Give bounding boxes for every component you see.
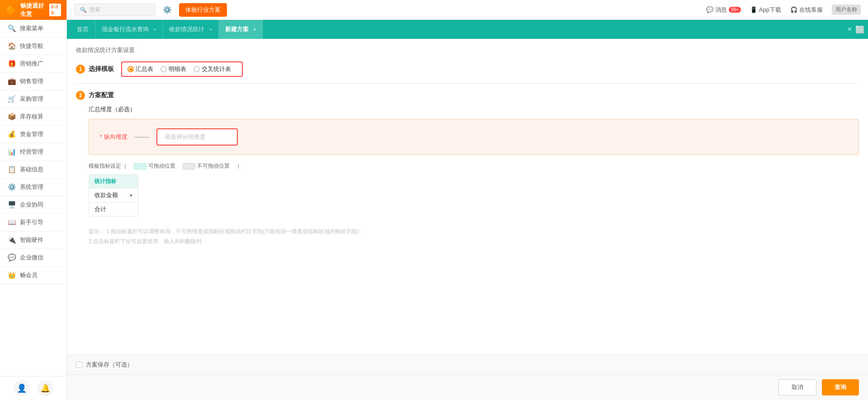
app-download-label: App下载 [759,6,781,14]
indicator-table: 统计指标 收款金额 ▾ 合计 [89,174,138,216]
tab-bank-flow-close[interactable]: × [153,27,156,32]
page-title: 收款情况统计方案设置 [76,46,859,54]
basic-info-icon: 📋 [7,165,16,174]
sidebar-bottom: 👤 🔔 [0,376,66,400]
dimension-row: * 纵向维度 —— 请选择分组维度 [100,128,848,146]
sidebar-item-inventory[interactable]: 📦 库存核算 [0,108,66,126]
quick-nav-icon: 🏠 [7,42,16,50]
logo-text: 畅捷通好生意 [20,2,46,18]
indicator-title-text: 模板指标设定（ [89,162,127,170]
member-icon: 👑 [7,271,16,279]
sidebar-item-label: 营销推广 [20,60,43,68]
indicator-title-close: ） [237,162,242,170]
section2-header: 2 方案配置 [76,91,859,100]
sidebar-item-newbie[interactable]: 📖 新手引导 [0,214,66,231]
sidebar-item-label: 智能硬件 [20,236,43,244]
indicator-legend: 模板指标设定（ 可拖动位置 不可拖动位置 ） [89,162,859,170]
sidebar-item-smart-hw[interactable]: 🔌 智能硬件 [0,231,66,249]
tab-collection-stat-close[interactable]: × [209,27,212,32]
query-button[interactable]: 查询 [822,379,859,395]
operation-icon: 📊 [7,148,16,156]
footer: 取消 查询 [67,374,868,400]
tab-new-plan-close[interactable]: × [253,27,256,32]
sidebar-item-finance[interactable]: 💰 资金管理 [0,126,66,143]
sidebar-item-quick-nav[interactable]: 🏠 快捷导航 [0,38,66,55]
logo-icon: 🔶 [5,5,17,15]
main-area: 🔍 搜索 ⚙️ 体验行业方案 💬 消息 99+ 📱 App下载 🎧 在线客服 用… [67,0,868,400]
window-maximize-btn[interactable]: ⬜ [855,25,864,34]
online-service-btn[interactable]: 🎧 在线客服 [790,6,823,14]
corp-collab-icon: 🖥️ [7,201,16,209]
section2-title: 方案配置 [89,91,114,99]
legend-draggable: 可拖动位置 [134,162,175,170]
search-menu-icon: 🔍 [7,24,16,33]
sidebar-item-label: 系统管理 [20,183,43,191]
search-placeholder: 搜索 [90,6,100,14]
sidebar-item-corp-collab[interactable]: 🖥️ 企业协同 [0,196,66,214]
user-display[interactable]: 用户名称 [832,5,861,15]
sidebar-item-label: 资金管理 [20,130,43,138]
indicator-table-header: 统计指标 [89,175,138,188]
save-checkbox[interactable] [76,362,82,368]
logo-badge: 标准版 [49,4,61,16]
radio-summary-circle [127,66,134,72]
tab-new-plan[interactable]: 新建方案 × [219,20,263,39]
app-download-icon: 📱 [750,6,757,13]
sidebar-item-member[interactable]: 👑 畅会员 [0,267,66,284]
legend-not-draggable: 不可拖动位置 [183,162,230,170]
cancel-button[interactable]: 取消 [778,379,816,395]
online-service-icon: 🎧 [790,6,797,13]
window-close-btn[interactable]: × [848,25,852,33]
message-btn[interactable]: 💬 消息 99+ [706,6,741,14]
sidebar-notify-btn[interactable]: 🔔 [37,380,53,396]
sidebar-item-marketing[interactable]: 🎁 营销推广 [0,55,66,73]
radio-detail[interactable]: 明细表 [160,65,186,73]
sidebar-item-search-menu[interactable]: 🔍 搜索菜单 [0,20,66,38]
sidebar-item-label: 库存核算 [20,113,43,121]
indicator-row-amount[interactable]: 收款金额 ▾ [89,188,138,202]
sidebar-item-system[interactable]: ⚙️ 系统管理 [0,179,66,196]
sidebar-item-label: 基础信息 [20,165,43,174]
marketing-icon: 🎁 [7,60,16,68]
tab-collection-stat[interactable]: 收款情况统计 × [163,20,218,39]
sidebar-item-sales[interactable]: 💼 销售管理 [0,73,66,90]
sidebar-item-basic-info[interactable]: 📋 基础信息 [0,161,66,179]
sidebar-item-purchase[interactable]: 🛒 采购管理 [0,90,66,108]
finance-icon: 💰 [7,130,16,138]
topbar-search[interactable]: 🔍 搜索 [74,4,156,16]
radio-cross-circle [193,66,200,72]
app-download-btn[interactable]: 📱 App下载 [750,6,781,14]
sidebar-item-label: 企业协同 [20,201,43,209]
tab-bank-flow-label: 现金银行流水查询 [102,25,149,33]
sidebar-item-wechat[interactable]: 💬 企业微信 [0,249,66,267]
sidebar-user-btn[interactable]: 👤 [14,380,30,396]
dim-selector[interactable]: 请选择分组维度 [156,128,238,146]
settings-icon[interactable]: ⚙️ [163,5,172,14]
tab-home[interactable]: 首页 [71,20,95,39]
save-section: 方案保存（可选） [67,355,868,374]
sidebar-item-label: 采购管理 [20,95,43,103]
tabbar: 首页 现金银行流水查询 × 收款情况统计 × 新建方案 × × ⬜ [67,20,868,39]
sidebar-item-operation[interactable]: 📊 经营管理 [0,143,66,161]
system-icon: ⚙️ [7,183,16,191]
topbar: 🔍 搜索 ⚙️ 体验行业方案 💬 消息 99+ 📱 App下载 🎧 在线客服 用… [67,0,868,20]
dim-arrow: —— [135,133,149,141]
radio-cross[interactable]: 交叉统计表 [193,65,231,73]
radio-summary-label: 汇总表 [136,65,153,73]
save-label: 方案保存（可选） [86,361,133,369]
indicator-row-total: 合计 [89,202,138,216]
tab-bank-flow[interactable]: 现金银行流水查询 × [95,20,163,39]
tab-new-plan-label: 新建方案 [225,25,249,33]
radio-summary[interactable]: 汇总表 [127,65,153,73]
indicator-chevron-icon: ▾ [130,193,132,198]
online-service-label: 在线客服 [799,6,823,14]
message-icon: 💬 [706,6,713,13]
wechat-icon: 💬 [7,254,16,262]
message-label: 消息 [715,6,727,14]
trial-btn[interactable]: 体验行业方案 [179,3,227,17]
sidebar-item-label: 畅会员 [20,271,38,279]
dim-header: 汇总维度（必选） [89,105,859,113]
content-area: 收款情况统计方案设置 1 选择模板 汇总表 明细表 交叉统计 [67,39,868,400]
dim-placeholder: 请选择分组维度 [165,133,206,140]
dimension-area: * 纵向维度 —— 请选择分组维度 [89,119,859,155]
